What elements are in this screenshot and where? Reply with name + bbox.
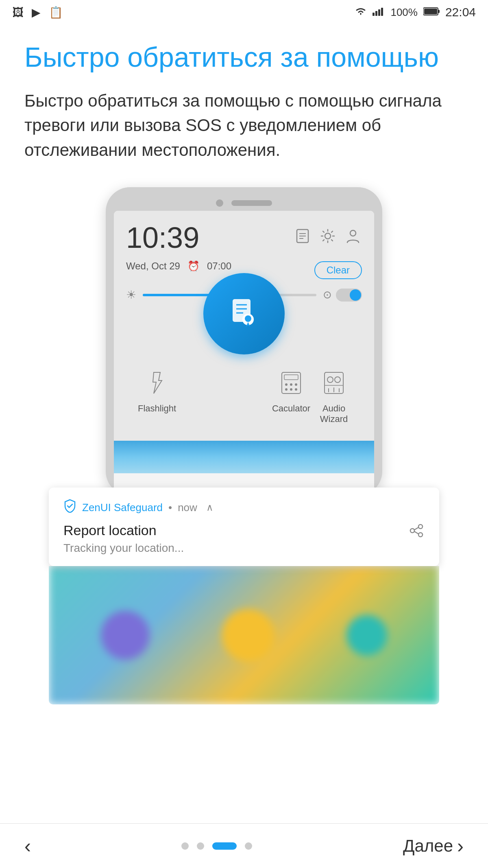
page-description: Быстро обратиться за помощью с помощью с… [24, 89, 464, 163]
phone-camera [216, 199, 223, 207]
phone-mockup: 10:39 [106, 187, 382, 496]
lock-icons [294, 227, 362, 245]
svg-rect-5 [438, 10, 440, 13]
calculator-label: Caculator [272, 403, 310, 414]
svg-rect-6 [424, 9, 437, 14]
signal-icon [373, 6, 385, 19]
nav-dot-3-active[interactable] [212, 842, 237, 850]
shortcut-flashlight: Flashlight [138, 367, 176, 414]
svg-rect-1 [375, 11, 377, 16]
blurred-content [49, 566, 439, 704]
shortcut-audio-wizard: AudioWizard [318, 367, 350, 424]
svg-point-11 [325, 233, 331, 239]
clear-button[interactable]: Clear [314, 261, 362, 279]
svg-point-18 [245, 315, 251, 322]
svg-line-37 [414, 527, 418, 530]
svg-point-34 [418, 525, 423, 529]
svg-point-22 [290, 383, 292, 386]
blurred-circle-2 [222, 609, 274, 662]
flashlight-label: Flashlight [138, 403, 176, 414]
phone-screen-bottom [114, 441, 374, 473]
svg-point-12 [350, 230, 356, 236]
nav-dots [181, 842, 252, 850]
auto-brightness: ⊙ [323, 289, 362, 302]
notif-title: Report location [63, 523, 184, 538]
next-arrow-icon: › [457, 835, 464, 857]
svg-rect-20 [284, 375, 298, 380]
svg-point-29 [335, 377, 340, 383]
brightness-auto-icon: ⊙ [323, 289, 332, 301]
lock-screen-top: 10:39 [114, 211, 374, 441]
bottom-nav: ‹ Далее › [0, 823, 488, 868]
status-time: 22:04 [445, 5, 476, 19]
status-bar: 🖼 ▶ 📋 100% 22:04 [0, 0, 488, 24]
svg-point-28 [327, 377, 333, 383]
shortcuts-container: Flashlight [126, 310, 362, 433]
nav-dot-1[interactable] [181, 842, 189, 850]
svg-point-35 [410, 529, 414, 533]
notif-expand-icon[interactable]: ∧ [206, 502, 214, 513]
phone-screen: 10:39 [114, 211, 374, 496]
nav-dot-4[interactable] [245, 842, 252, 850]
notif-subtitle: Tracking your location... [63, 542, 184, 555]
battery-icon [423, 6, 440, 19]
central-safeguard-icon [203, 273, 285, 354]
svg-point-21 [285, 383, 288, 386]
shortcut-calculator: Caculator [272, 367, 310, 414]
phone-mockup-container: 10:39 [24, 187, 464, 496]
svg-rect-3 [381, 8, 383, 16]
main-content: Быстро обратиться за помощью Быстро обра… [0, 24, 488, 704]
play-icon: ▶ [32, 6, 41, 19]
next-button[interactable]: Далее › [403, 835, 464, 857]
notif-time: now [178, 501, 197, 514]
brightness-low-icon: ☀ [126, 288, 136, 302]
svg-line-38 [414, 531, 418, 534]
status-bar-left: 🖼 ▶ 📋 [12, 6, 63, 19]
sim-icon: 📋 [49, 6, 63, 19]
audio-wizard-label: AudioWizard [320, 403, 348, 424]
svg-rect-2 [378, 9, 380, 16]
back-button[interactable]: ‹ [24, 835, 31, 857]
wifi-icon [355, 6, 367, 19]
phone-speaker [231, 200, 272, 206]
battery-percent: 100% [390, 6, 418, 19]
svg-point-24 [285, 388, 288, 391]
lock-date-alarm: Wed, Oct 29 ⏰ 07:00 [126, 260, 231, 272]
page-title: Быстро обратиться за помощью [24, 41, 464, 74]
auto-brightness-toggle[interactable] [336, 289, 362, 302]
notif-body: Report location Tracking your location..… [63, 523, 425, 555]
blurred-circle-1 [101, 611, 150, 660]
notif-share-icon[interactable] [408, 523, 425, 542]
status-bar-right: 100% 22:04 [355, 5, 476, 19]
lock-time: 10:39 [126, 223, 199, 252]
person-icon [344, 227, 362, 245]
phone-top-bar [114, 199, 374, 207]
blurred-circle-3 [346, 615, 387, 656]
svg-point-23 [295, 383, 297, 386]
svg-point-36 [418, 533, 423, 537]
notif-app-name: ZenUI Safeguard [82, 501, 163, 514]
svg-point-25 [290, 388, 292, 391]
notif-header: ZenUI Safeguard • now ∧ [63, 499, 425, 516]
nav-dot-2[interactable] [197, 842, 204, 850]
settings-icon [319, 227, 337, 245]
lock-screen-header: 10:39 [126, 223, 362, 252]
next-label: Далее [403, 836, 453, 856]
notif-shield-icon [63, 499, 76, 516]
gallery-icon: 🖼 [12, 6, 24, 19]
notification-card: ZenUI Safeguard • now ∧ Report location … [49, 488, 439, 566]
notes-icon [294, 227, 312, 245]
svg-rect-0 [373, 13, 375, 16]
svg-point-26 [295, 388, 297, 391]
